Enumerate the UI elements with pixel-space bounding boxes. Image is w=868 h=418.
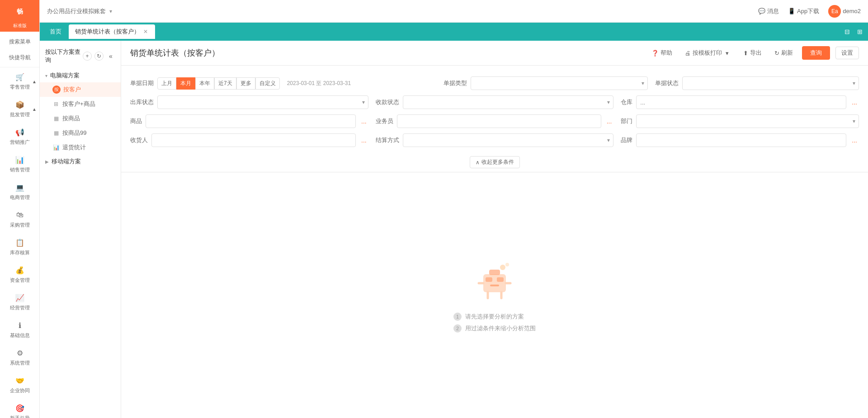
inventory-icon: 📋 bbox=[15, 238, 25, 247]
nav-ecommerce[interactable]: 💻 电商管理 bbox=[0, 178, 39, 205]
settings-btn[interactable]: 设置 bbox=[835, 47, 859, 59]
app-download-btn[interactable]: 📱 App下载 bbox=[788, 7, 819, 15]
app-download-icon: 📱 bbox=[788, 8, 795, 14]
window-minimize-btn[interactable]: ⊟ bbox=[843, 27, 852, 36]
wholesale-icon: 📦 bbox=[15, 100, 25, 109]
retail-icon: 🛒 bbox=[15, 72, 25, 82]
print-label: 按模板打印 bbox=[693, 49, 722, 57]
window-maximize-btn[interactable]: ⊞ bbox=[855, 27, 864, 36]
nav-operations[interactable]: 📈 经营管理 bbox=[0, 288, 39, 316]
date-btn-custom[interactable]: 自定义 bbox=[255, 77, 280, 90]
receipt-status-select[interactable] bbox=[403, 95, 614, 109]
collapse-panel-btn[interactable]: « bbox=[106, 52, 115, 61]
message-icon: 💬 bbox=[758, 8, 765, 14]
tip-text-1: 请先选择要分析的方案 bbox=[465, 313, 524, 321]
filter-row-2: 出库状态 ▾ 收款状态 bbox=[130, 95, 859, 109]
settlement-select[interactable] bbox=[403, 133, 614, 147]
svg-text:畅: 畅 bbox=[17, 8, 23, 15]
header-left: 办公用品行业模拟账套 ▾ bbox=[47, 7, 112, 15]
user-menu[interactable]: Ea demo2 bbox=[828, 5, 861, 18]
collapse-more-btn[interactable]: ∧ 收起更多条件 bbox=[470, 156, 520, 168]
date-btn-this-year[interactable]: 本年 bbox=[195, 77, 214, 90]
refresh-label: 刷新 bbox=[781, 49, 793, 57]
date-btn-last-7days[interactable]: 近7天 bbox=[214, 77, 236, 90]
nav-purchase[interactable]: 🛍 采购管理 bbox=[0, 205, 39, 233]
svg-point-11 bbox=[500, 265, 505, 270]
print-btn[interactable]: 🖨 按模板打印 ▾ bbox=[681, 47, 734, 59]
header-dropdown-arrow[interactable]: ▾ bbox=[109, 8, 112, 14]
nav-wholesale[interactable]: 📦 批发管理 ▲ bbox=[0, 95, 39, 123]
quick-nav-item[interactable]: 快捷导航 bbox=[0, 52, 39, 63]
ecommerce-icon: 💻 bbox=[15, 182, 25, 192]
refresh-scheme-btn[interactable]: ↻ bbox=[94, 52, 104, 61]
nav-system[interactable]: ⚙ 系统管理 bbox=[0, 343, 39, 371]
out-status-select-wrapper: ▾ bbox=[157, 95, 368, 109]
tab-home[interactable]: 首页 bbox=[43, 24, 68, 39]
order-status-select[interactable] bbox=[682, 76, 859, 90]
help-btn[interactable]: ❓ 帮助 bbox=[648, 47, 676, 59]
export-btn[interactable]: ⬆ 导出 bbox=[740, 47, 765, 59]
wholesale-arrow: ▲ bbox=[32, 106, 37, 111]
panel-actions: + ↻ « bbox=[83, 52, 115, 61]
sidebar: 畅 标准版 搜索菜单 快捷导航 🛒 零售管理 ▲ 📦 批发管理 ▲ 📢 营销推广… bbox=[0, 0, 40, 418]
search-menu-label: 搜索菜单 bbox=[9, 38, 31, 46]
desktop-group-label: 电脑端方案 bbox=[50, 71, 80, 80]
tab-close-btn[interactable]: ✕ bbox=[142, 28, 149, 35]
app-download-label: App下载 bbox=[797, 7, 819, 15]
svg-point-12 bbox=[505, 263, 509, 266]
sidebar-logo[interactable]: 畅 bbox=[0, 0, 39, 23]
brand-filter: 品牌 ... bbox=[621, 133, 859, 147]
scheme-by-customer-goods[interactable]: ⊞ 按客户+商品 bbox=[40, 97, 121, 111]
receiver-input[interactable] bbox=[151, 133, 356, 147]
nav-newbie[interactable]: 🎯 新手引导 bbox=[0, 399, 39, 418]
salesperson-input[interactable] bbox=[397, 114, 601, 128]
scheme-by-goods[interactable]: ▦ 按商品 bbox=[40, 111, 121, 126]
order-type-label: 单据类型 bbox=[443, 79, 467, 87]
date-btn-last-month[interactable]: 上月 bbox=[157, 77, 176, 90]
add-scheme-btn[interactable]: + bbox=[83, 52, 92, 61]
warehouse-more-btn[interactable]: ... bbox=[850, 99, 859, 106]
order-type-select[interactable] bbox=[471, 76, 647, 90]
settlement-label: 结算方式 bbox=[376, 136, 399, 144]
message-btn[interactable]: 💬 消息 bbox=[758, 7, 779, 15]
scheme-by-customer[interactable]: 按 按客户 bbox=[40, 82, 121, 97]
receipt-status-filter: 收款状态 ▾ bbox=[376, 95, 614, 109]
desktop-group-header[interactable]: ▾ 电脑端方案 bbox=[40, 69, 121, 82]
date-btn-this-month[interactable]: 本月 bbox=[176, 77, 195, 90]
marketing-label: 营销推广 bbox=[10, 139, 30, 146]
nav-marketing[interactable]: 📢 营销推广 bbox=[0, 123, 39, 150]
print-dropdown-arrow[interactable]: ▾ bbox=[724, 50, 731, 57]
avatar: Ea bbox=[828, 5, 841, 18]
svg-rect-2 bbox=[483, 274, 506, 292]
date-btn-more[interactable]: 更多 bbox=[236, 77, 255, 90]
nav-retail[interactable]: 🛒 零售管理 ▲ bbox=[0, 67, 39, 95]
out-status-select[interactable] bbox=[157, 95, 368, 109]
receiver-more-btn[interactable]: ... bbox=[359, 137, 368, 144]
scheme-return-stats[interactable]: 📊 退货统计 bbox=[40, 140, 121, 155]
brand-more-btn[interactable]: ... bbox=[850, 137, 859, 144]
tab-sales-stats[interactable]: 销货单统计表（按客户） ✕ bbox=[69, 24, 155, 39]
dept-select[interactable] bbox=[636, 114, 859, 128]
nav-finance[interactable]: 💰 资金管理 bbox=[0, 261, 39, 288]
bar-chart-icon: 📊 bbox=[52, 144, 60, 151]
warehouse-input[interactable] bbox=[636, 95, 846, 109]
brand-input[interactable] bbox=[636, 133, 846, 147]
scheme-by-goods-99[interactable]: ▦ 按商品99 bbox=[40, 126, 121, 140]
export-label: 导出 bbox=[750, 49, 762, 57]
empty-tip-2: 2 用过滤条件来缩小分析范围 bbox=[453, 324, 536, 332]
goods-more-btn[interactable]: ... bbox=[359, 118, 368, 125]
nav-basic[interactable]: ℹ 基础信息 bbox=[0, 316, 39, 343]
salesperson-more-btn[interactable]: ... bbox=[605, 118, 614, 125]
tab-bar: 首页 销货单统计表（按客户） ✕ ⊟ ⊞ bbox=[40, 23, 868, 41]
query-btn[interactable]: 查询 bbox=[802, 46, 830, 60]
nav-sales[interactable]: 📊 销售管理 bbox=[0, 150, 39, 178]
nav-enterprise[interactable]: 🤝 企业协同 bbox=[0, 371, 39, 399]
empty-illustration bbox=[472, 258, 517, 304]
receiver-label: 收货人 bbox=[130, 136, 148, 144]
scheme-by-customer-goods-label: 按客户+商品 bbox=[62, 100, 95, 108]
mobile-group-header[interactable]: ▶ 移动端方案 bbox=[40, 155, 121, 168]
search-menu-btn[interactable]: 搜索菜单 bbox=[4, 36, 36, 48]
nav-inventory[interactable]: 📋 库存核算 bbox=[0, 233, 39, 261]
refresh-btn[interactable]: ↻ 刷新 bbox=[771, 47, 797, 59]
goods-input[interactable] bbox=[146, 114, 356, 128]
